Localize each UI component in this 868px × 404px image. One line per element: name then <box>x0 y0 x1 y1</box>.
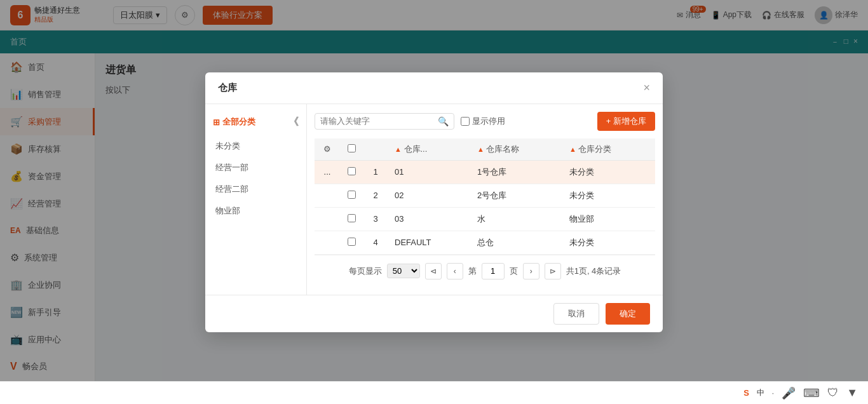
page-number-input[interactable] <box>482 263 505 279</box>
row-gear <box>315 184 340 207</box>
row-number: 3 <box>363 207 388 231</box>
category-item-unclassified[interactable]: 未分类 <box>205 135 306 157</box>
row-name: 总仓 <box>471 231 563 254</box>
keyboard-icon[interactable]: ⌨ <box>803 386 820 400</box>
category-header: ⊞ 全部分类 《 <box>205 112 306 135</box>
col-category[interactable]: ▲ 仓库分类 <box>563 138 655 161</box>
dot-icon: · <box>772 389 774 398</box>
page-label: 页 <box>510 266 518 277</box>
add-warehouse-button[interactable]: + 新增仓库 <box>597 112 655 131</box>
select-all-checkbox[interactable] <box>348 144 356 152</box>
category-item-property[interactable]: 物业部 <box>205 200 306 222</box>
expand-icon[interactable]: ▼ <box>846 386 858 400</box>
table-row[interactable]: 2 02 2号仓库 未分类 <box>315 184 655 207</box>
row-checkbox-cell[interactable] <box>340 231 363 254</box>
row-code: 03 <box>388 207 471 231</box>
show-disabled-checkbox[interactable] <box>461 117 470 126</box>
row-name: 2号仓库 <box>471 184 563 207</box>
col-name[interactable]: ▲ 仓库名称 <box>471 138 563 161</box>
row-checkbox-cell[interactable] <box>340 160 363 184</box>
sort-icon-name: ▲ <box>477 145 484 153</box>
col-gear: ⚙ <box>315 138 340 161</box>
row-category: 未分类 <box>563 231 655 254</box>
bottom-bar: S 中 · 🎤 ⌨ 🛡 ▼ <box>0 381 868 404</box>
row-code: 02 <box>388 184 471 207</box>
all-categories-label[interactable]: 全部分类 <box>222 116 255 128</box>
row-gear <box>315 231 340 254</box>
row-name: 水 <box>471 207 563 231</box>
ime-icon[interactable]: S <box>743 388 749 398</box>
row-category: 未分类 <box>563 160 655 184</box>
row-code: DEFAULT <box>388 231 471 254</box>
row-code: 01 <box>388 160 471 184</box>
col-num <box>363 138 388 161</box>
search-input[interactable] <box>320 116 438 126</box>
shield-icon[interactable]: 🛡 <box>827 386 839 400</box>
table-toolbar: 🔍 显示停用 + 新增仓库 <box>315 112 655 131</box>
modal-overlay: 仓库 × ⊞ 全部分类 《 未分类 经营一部 经营二部 物业部 <box>0 0 868 404</box>
cancel-button[interactable]: 取消 <box>553 303 599 325</box>
row-checkbox-cell[interactable] <box>340 207 363 231</box>
show-disabled-label[interactable]: 显示停用 <box>461 116 505 127</box>
modal-title: 仓库 <box>218 82 237 94</box>
grid-icon: ⊞ <box>213 118 220 127</box>
row-gear <box>315 207 340 231</box>
last-page-button[interactable]: ⊳ <box>545 263 561 279</box>
warehouse-table: ⚙ ▲ 仓库... ▲ 仓库名称 ▲ 仓库分类 ... 1 01 1号仓库 未分… <box>315 138 655 255</box>
modal-header: 仓库 × <box>205 72 663 104</box>
confirm-button[interactable]: 确定 <box>606 303 650 325</box>
sort-icon-code: ▲ <box>395 145 402 153</box>
per-page-label: 每页显示 <box>349 266 382 277</box>
row-category: 未分类 <box>563 184 655 207</box>
mic-icon[interactable]: 🎤 <box>782 386 796 400</box>
warehouse-modal: 仓库 × ⊞ 全部分类 《 未分类 经营一部 经营二部 物业部 <box>205 72 663 332</box>
show-disabled-text: 显示停用 <box>472 116 505 127</box>
table-body: ... 1 01 1号仓库 未分类 2 02 2号仓库 未分类 3 03 水 物… <box>315 160 655 254</box>
modal-body: ⊞ 全部分类 《 未分类 经营一部 经营二部 物业部 🔍 <box>205 104 663 295</box>
modal-close-button[interactable]: × <box>643 81 650 95</box>
row-gear: ... <box>315 160 340 184</box>
next-page-button[interactable]: › <box>523 263 539 279</box>
category-item-dept2[interactable]: 经营二部 <box>205 178 306 200</box>
per-page-select[interactable]: 50 10 20 100 <box>387 264 420 278</box>
col-code[interactable]: ▲ 仓库... <box>388 138 471 161</box>
row-checkbox-cell[interactable] <box>340 184 363 207</box>
table-row[interactable]: ... 1 01 1号仓库 未分类 <box>315 160 655 184</box>
prev-page-button[interactable]: ‹ <box>447 263 463 279</box>
sort-icon-category: ▲ <box>569 145 576 153</box>
table-header: ⚙ ▲ 仓库... ▲ 仓库名称 ▲ 仓库分类 <box>315 138 655 161</box>
table-wrapper: ⚙ ▲ 仓库... ▲ 仓库名称 ▲ 仓库分类 ... 1 01 1号仓库 未分… <box>315 138 655 255</box>
modal-footer: 取消 确定 <box>205 295 663 332</box>
category-item-dept1[interactable]: 经营一部 <box>205 157 306 178</box>
category-sidebar: ⊞ 全部分类 《 未分类 经营一部 经营二部 物业部 <box>205 104 307 295</box>
search-box: 🔍 <box>315 113 454 130</box>
first-page-button[interactable]: ⊲ <box>425 263 442 279</box>
row-number: 2 <box>363 184 388 207</box>
table-row[interactable]: 3 03 水 物业部 <box>315 207 655 231</box>
page-label-pre: 第 <box>468 266 477 277</box>
row-category: 物业部 <box>563 207 655 231</box>
row-number: 1 <box>363 160 388 184</box>
row-name: 1号仓库 <box>471 160 563 184</box>
table-row[interactable]: 4 DEFAULT 总仓 未分类 <box>315 231 655 254</box>
total-label: 共1页, 4条记录 <box>566 266 621 277</box>
col-checkbox[interactable] <box>340 138 363 161</box>
ime-label[interactable]: 中 <box>757 387 764 398</box>
row-number: 4 <box>363 231 388 254</box>
collapse-icon[interactable]: 《 <box>288 116 299 129</box>
table-area: 🔍 显示停用 + 新增仓库 ⚙ ▲ 仓库... ▲ 仓库名称 ▲ 仓库分类 <box>307 104 663 295</box>
pagination: 每页显示 50 10 20 100 ⊲ ‹ 第 页 › ⊳ 共1页, 4条记录 <box>315 255 655 287</box>
search-icon[interactable]: 🔍 <box>438 116 449 126</box>
